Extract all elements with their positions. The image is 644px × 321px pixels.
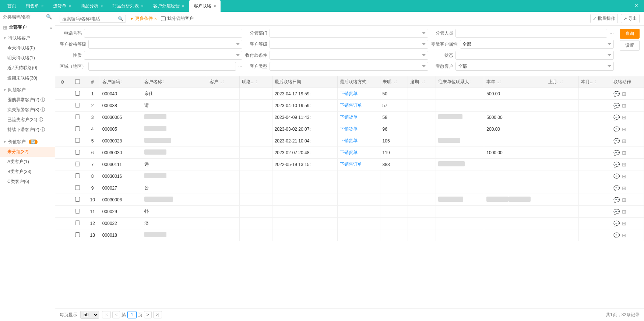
close-customer-contact-tab-icon[interactable]: × (214, 4, 216, 8)
sidebar-item-ungrouped[interactable]: 未分组(32) (0, 147, 55, 157)
all-customers-item[interactable]: ⊞ 全部客户 « (0, 22, 55, 33)
chat-action-icon[interactable]: 💬 (613, 126, 620, 132)
region-input[interactable] (88, 62, 236, 71)
last-way-link[interactable]: 下销售订单 (340, 103, 362, 108)
close-purchase-tab-icon[interactable]: × (68, 4, 71, 8)
last-way-link[interactable]: 下销货单 (340, 91, 358, 96)
sidebar-item-abnormal[interactable]: 囤购异常客户(2) ⓘ (0, 95, 55, 105)
tab-sales[interactable]: 销售单 × (21, 0, 48, 12)
row-checkbox[interactable] (75, 91, 80, 96)
last-way-link[interactable]: 下销货单 (340, 138, 358, 143)
grid-action-icon[interactable]: ⊞ (622, 91, 626, 97)
query-button[interactable]: 查询 (620, 29, 640, 39)
row-checkbox[interactable] (75, 221, 80, 225)
last-date-col-header[interactable]: 最后联络日期 : (272, 76, 337, 88)
sidebar-search-input[interactable] (3, 14, 45, 20)
sidebar-group-pending[interactable]: ▼ 待联络客户 (0, 33, 55, 43)
tab-purchase[interactable]: 进货单 × (49, 0, 75, 12)
sidebar-item-churned[interactable]: 已流失客户(24) ⓘ (0, 115, 55, 125)
row-checkbox[interactable] (75, 185, 80, 190)
payment-select[interactable] (270, 51, 428, 60)
row-checkbox-cell[interactable] (70, 123, 85, 135)
contact-col-header[interactable]: 联络... : (240, 76, 272, 88)
grid-action-icon[interactable]: ⊞ (622, 197, 626, 203)
select-all-checkbox[interactable] (75, 79, 80, 84)
chat-action-icon[interactable]: 💬 (613, 91, 620, 97)
retail-attr-select[interactable]: 全部 (460, 40, 614, 49)
sidebar-item-class-b[interactable]: B类客户(33) (0, 167, 55, 177)
grid-action-icon[interactable]: ⊞ (622, 138, 626, 144)
customer-type-select[interactable] (270, 62, 428, 71)
collapse-sidebar-icon[interactable]: « (49, 25, 52, 30)
row-checkbox-cell[interactable] (70, 135, 85, 147)
first-page-button[interactable]: |< (102, 311, 111, 318)
this-year-col-header[interactable]: 本年... : (484, 76, 546, 88)
manager-input[interactable] (455, 29, 608, 38)
dept-select[interactable] (270, 29, 428, 38)
chat-action-icon[interactable]: 💬 (613, 162, 620, 167)
row-checkbox[interactable] (75, 150, 80, 155)
row-checkbox[interactable] (75, 114, 80, 119)
sidebar-item-today-pending[interactable]: 今天待联络(0) (0, 43, 55, 53)
phone-input[interactable] (84, 29, 242, 38)
grid-action-icon[interactable]: ⊞ (622, 126, 626, 132)
more-conditions-button[interactable]: ▼ 更多条件 ∧ (130, 15, 157, 22)
nature-select[interactable] (84, 51, 242, 60)
type-col-header[interactable]: 客户... : (207, 76, 240, 88)
last-way-link[interactable]: 下销售订单 (340, 162, 362, 167)
export-button[interactable]: ↗ 导出 (621, 14, 640, 23)
last-way-col-header[interactable]: 最后联络方式 : (337, 76, 380, 88)
close-product-analysis-tab-icon[interactable]: × (101, 4, 103, 8)
close-customer-segment-tab-icon[interactable]: × (182, 4, 184, 8)
overdue-col-header[interactable]: 逾期... : (408, 76, 436, 88)
settings-col-header[interactable]: ⚙ (55, 76, 70, 88)
close-product-analysis-list-tab-icon[interactable]: × (141, 4, 143, 8)
row-checkbox[interactable] (75, 232, 80, 237)
next-page-button[interactable]: > (144, 311, 152, 318)
last-way-link[interactable]: 下销货单 (340, 150, 358, 155)
row-checkbox[interactable] (75, 209, 80, 214)
sidebar-search-bar[interactable]: 🔍 (0, 12, 55, 22)
chat-action-icon[interactable]: 💬 (613, 138, 620, 144)
chat-action-icon[interactable]: 💬 (613, 114, 620, 120)
tab-customer-segment[interactable]: 客户分层经营 × (149, 0, 189, 12)
row-checkbox[interactable] (75, 138, 80, 143)
grid-action-icon[interactable]: ⊞ (622, 209, 626, 215)
grid-action-icon[interactable]: ⊞ (622, 150, 626, 156)
code-col-header[interactable]: 客户编码 : (100, 76, 142, 88)
grid-action-icon[interactable]: ⊞ (622, 114, 626, 120)
row-checkbox-cell[interactable] (70, 218, 85, 229)
chat-action-icon[interactable]: 💬 (613, 185, 620, 191)
name-col-header[interactable]: 客户名称 : (142, 76, 207, 88)
row-checkbox-cell[interactable] (70, 88, 85, 100)
row-checkbox-cell[interactable] (70, 229, 85, 241)
sidebar-group-problem[interactable]: ▼ 问题客户 (0, 85, 55, 95)
reset-button[interactable]: 设置 (620, 40, 640, 51)
grid-action-icon[interactable]: ⊞ (622, 221, 626, 226)
row-checkbox[interactable] (75, 126, 80, 131)
last-way-link[interactable]: 下销货单 (340, 126, 358, 131)
customer-level-select[interactable] (270, 40, 428, 49)
row-checkbox-cell[interactable] (70, 182, 85, 194)
sidebar-item-tomorrow-pending[interactable]: 明天待联络(1) (0, 53, 55, 63)
close-all-tabs-button[interactable]: × (632, 3, 641, 9)
search-bar[interactable]: 🔍 (60, 15, 126, 23)
status-select[interactable] (455, 51, 614, 60)
chat-action-icon[interactable]: 💬 (613, 232, 620, 238)
manager-dots-icon[interactable]: ··· (609, 30, 614, 36)
region-dots-icon[interactable]: ··· (238, 63, 243, 69)
sidebar-item-week-pending[interactable]: 近7天待联络(0) (0, 63, 55, 73)
row-checkbox-cell[interactable] (70, 112, 85, 123)
my-customers-checkbox[interactable] (161, 16, 166, 21)
this-month-col-header[interactable]: 本月... : (578, 76, 611, 88)
tab-home[interactable]: 首页 (3, 0, 21, 12)
row-checkbox-cell[interactable] (70, 170, 85, 182)
grid-action-icon[interactable]: ⊞ (622, 173, 626, 179)
grid-action-icon[interactable]: ⊞ (622, 103, 626, 109)
retail-customer-select[interactable]: 全部 (455, 62, 614, 71)
price-level-select[interactable] (88, 40, 242, 49)
row-checkbox[interactable] (75, 103, 80, 107)
row-checkbox-cell[interactable] (70, 194, 85, 206)
sidebar-item-declining[interactable]: 持续下滑客户(2) ⓘ (0, 125, 55, 135)
tab-product-analysis[interactable]: 商品分析 × (76, 0, 107, 12)
